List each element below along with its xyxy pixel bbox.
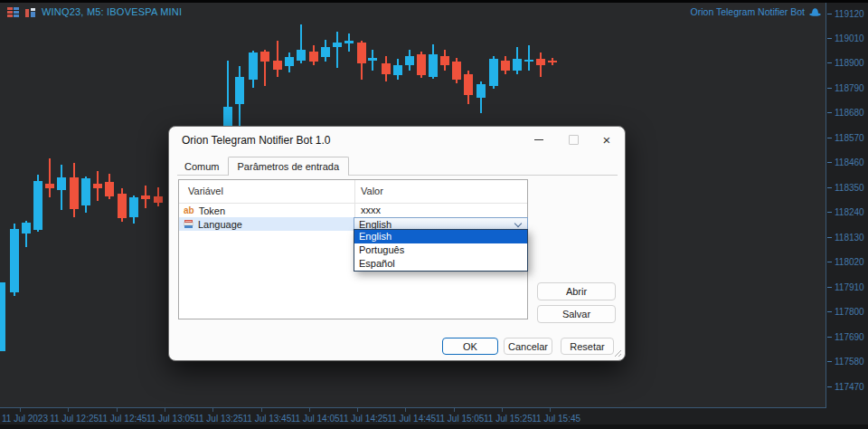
price-tick xyxy=(827,138,832,138)
candle-body xyxy=(476,84,486,98)
ea-hat-icon xyxy=(809,7,821,16)
price-label: 117580 xyxy=(835,357,864,367)
price-label: 118460 xyxy=(835,157,864,167)
dialog-titlebar[interactable]: Orion Telegram Notifier Bot 1.0 × xyxy=(169,127,625,154)
price-tick xyxy=(827,237,832,238)
maximize-icon xyxy=(569,135,579,145)
param-name: Token xyxy=(199,205,225,216)
param-value[interactable]: xxxx xyxy=(361,204,381,217)
symbol-label: WINQ23, M5: IBOVESPA MINI xyxy=(42,6,182,17)
price-tick xyxy=(827,386,832,387)
header-valor: Valor xyxy=(361,180,383,203)
price-tick xyxy=(827,337,832,338)
time-label: 11 Jul 15:45 xyxy=(532,414,580,424)
ea-name-label: Orion Telegram Notifier Bot xyxy=(691,6,805,17)
candle-body xyxy=(57,177,66,190)
dropdown-option-english[interactable]: English xyxy=(354,230,527,243)
mt5-chart-window: 1191201190101189001187901186801185701184… xyxy=(0,0,868,429)
ok-button[interactable]: OK xyxy=(442,338,498,355)
bottom-border xyxy=(0,424,868,429)
ab-type-icon: ab xyxy=(184,205,194,215)
time-tick xyxy=(502,408,503,412)
time-label: 11 Jul 13:05 xyxy=(146,414,195,424)
price-tick xyxy=(827,212,832,213)
close-button[interactable]: × xyxy=(592,127,621,152)
market-watch-icon xyxy=(7,7,19,17)
price-tick xyxy=(827,361,832,362)
time-label: 11 Jul 13:45 xyxy=(243,414,292,424)
tab-comum[interactable]: Comum xyxy=(176,158,228,175)
price-label: 117800 xyxy=(835,307,864,317)
minimize-button[interactable] xyxy=(524,127,553,152)
time-tick xyxy=(165,408,165,412)
time-label: 11 Jul 14:05 xyxy=(291,414,340,424)
combobox-value: English xyxy=(359,219,392,230)
time-axis[interactable]: 11 Jul 202311 Jul 12:2511 Jul 12:4511 Ju… xyxy=(0,408,826,426)
time-label: 11 Jul 14:45 xyxy=(387,414,436,424)
candle-body xyxy=(357,43,366,63)
time-tick xyxy=(405,408,406,412)
dropdown-option-espanol[interactable]: Español xyxy=(354,257,527,271)
time-label: 11 Jul 12:25 xyxy=(50,414,99,424)
price-label: 118570 xyxy=(835,133,864,143)
dialog-tabs: Comum Parâmetros de entrada xyxy=(176,157,349,175)
salvar-button[interactable]: Salvar xyxy=(537,305,616,323)
price-axis[interactable]: 1191201190101189001187901186801185701184… xyxy=(826,0,868,429)
table-header-row: Variável Valor xyxy=(179,180,527,204)
time-tick xyxy=(261,408,262,412)
candle-body xyxy=(489,59,498,86)
minimize-icon xyxy=(534,139,543,140)
candle-body xyxy=(235,77,244,104)
resetar-button[interactable]: Resetar xyxy=(561,338,614,355)
expert-advisor-header: Orion Telegram Notifier Bot xyxy=(624,6,821,17)
candle-body xyxy=(285,57,294,66)
price-tick xyxy=(827,38,832,39)
candle-body xyxy=(93,184,102,188)
time-label: 11 Jul 14:25 xyxy=(339,414,388,424)
time-label: 11 Jul 12:45 xyxy=(99,414,147,424)
price-label: 118240 xyxy=(835,207,864,217)
price-tick xyxy=(827,88,832,89)
candle-body xyxy=(273,61,282,70)
candle-body xyxy=(141,195,150,199)
candle-body xyxy=(321,47,330,57)
time-tick xyxy=(309,408,310,412)
candle-body xyxy=(429,54,438,77)
candle-body xyxy=(382,63,391,74)
dialog-title: Orion Telegram Notifier Bot 1.0 xyxy=(182,134,331,147)
candle-body xyxy=(405,56,414,65)
candle-body xyxy=(464,74,473,95)
time-label: 11 Jul 15:25 xyxy=(484,414,533,424)
price-label: 119010 xyxy=(835,33,864,43)
candle-wick xyxy=(528,45,530,71)
candle-body xyxy=(440,56,449,65)
time-label: 11 Jul 15:05 xyxy=(436,414,485,424)
price-label: 119120 xyxy=(835,9,864,19)
candle-body xyxy=(309,52,318,62)
table-row-token[interactable]: ab Token xxxx xyxy=(179,204,527,217)
price-label: 117910 xyxy=(835,282,864,292)
time-tick xyxy=(357,408,358,412)
time-label: 11 Jul 2023 xyxy=(2,414,48,424)
chart-symbol-header: WINQ23, M5: IBOVESPA MINI xyxy=(7,6,182,17)
time-tick xyxy=(212,408,213,412)
candle-body xyxy=(524,60,533,62)
candle-body xyxy=(22,223,31,234)
dropdown-option-portugues[interactable]: Português xyxy=(354,243,527,257)
abrir-button[interactable]: Abrir xyxy=(537,282,616,300)
candle-body xyxy=(368,58,377,61)
price-label: 118020 xyxy=(835,257,864,267)
close-icon: × xyxy=(603,133,611,147)
candle-body xyxy=(105,182,114,196)
price-label: 118130 xyxy=(835,233,864,243)
bar-chart-icon xyxy=(24,7,36,17)
candle-body xyxy=(81,178,90,205)
cancelar-button[interactable]: Cancelar xyxy=(504,338,552,355)
candle-body xyxy=(333,43,342,47)
tab-parametros-de-entrada[interactable]: Parâmetros de entrada xyxy=(228,157,350,176)
time-tick xyxy=(20,408,21,412)
price-tick xyxy=(827,112,832,113)
price-tick xyxy=(827,262,832,262)
price-label: 117690 xyxy=(835,332,864,342)
resize-grip[interactable] xyxy=(614,349,622,358)
